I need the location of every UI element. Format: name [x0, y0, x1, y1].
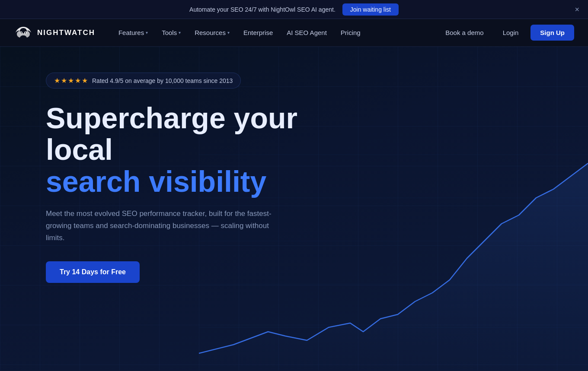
star-rating: ★ ★ ★ ★ ★: [54, 76, 88, 85]
star-5: ★: [82, 76, 88, 85]
book-demo-button[interactable]: Book a demo: [438, 25, 490, 40]
navbar: NIGHTWATCH Features ▾ Tools ▾ Resources …: [0, 19, 588, 47]
nav-enterprise[interactable]: Enterprise: [237, 25, 279, 40]
star-2: ★: [61, 76, 67, 85]
nav-resources[interactable]: Resources ▾: [189, 25, 236, 40]
nav-pricing[interactable]: Pricing: [335, 25, 367, 40]
nav-features[interactable]: Features ▾: [112, 25, 154, 40]
tools-chevron-icon: ▾: [179, 30, 181, 35]
resources-chevron-icon: ▾: [227, 30, 230, 35]
hero-subtitle: Meet the most evolved SEO performance tr…: [46, 208, 288, 244]
signup-button[interactable]: Sign Up: [530, 25, 574, 41]
logo[interactable]: NIGHTWATCH: [14, 26, 95, 40]
hero-section: ★ ★ ★ ★ ★ Rated 4.9/5 on average by 10,0…: [0, 47, 588, 371]
logo-icon: [14, 26, 33, 40]
features-chevron-icon: ▾: [146, 30, 148, 35]
star-1: ★: [54, 76, 60, 85]
hero-title: Supercharge your local search visibility: [46, 102, 303, 197]
hero-cta-button[interactable]: Try 14 Days for Free: [46, 261, 140, 283]
rating-text: Rated 4.9/5 on average by 10,000 teams s…: [92, 77, 233, 84]
nav-ai-seo-agent[interactable]: AI SEO Agent: [281, 25, 333, 40]
announcement-bar: Automate your SEO 24/7 with NightOwl SEO…: [0, 0, 588, 19]
hero-title-line1: Supercharge your local: [46, 101, 297, 166]
hero-content: ★ ★ ★ ★ ★ Rated 4.9/5 on average by 10,0…: [0, 47, 303, 283]
hero-title-line2: search visibility: [46, 165, 266, 198]
star-4: ★: [75, 76, 81, 85]
join-waitinglist-button[interactable]: Join waiting list: [342, 3, 399, 16]
announcement-close-button[interactable]: ×: [575, 6, 579, 13]
login-button[interactable]: Login: [496, 25, 526, 40]
rating-badge: ★ ★ ★ ★ ★ Rated 4.9/5 on average by 10,0…: [46, 73, 241, 89]
nav-tools[interactable]: Tools ▾: [156, 25, 187, 40]
nav-links: Features ▾ Tools ▾ Resources ▾ Enterpris…: [112, 25, 438, 40]
star-3: ★: [68, 76, 74, 85]
logo-text: NIGHTWATCH: [37, 29, 95, 37]
svg-point-3: [25, 32, 26, 33]
announcement-text: Automate your SEO 24/7 with NightOwl SEO…: [189, 6, 336, 13]
nav-right: Book a demo Login Sign Up: [438, 25, 574, 41]
svg-point-2: [21, 32, 22, 33]
